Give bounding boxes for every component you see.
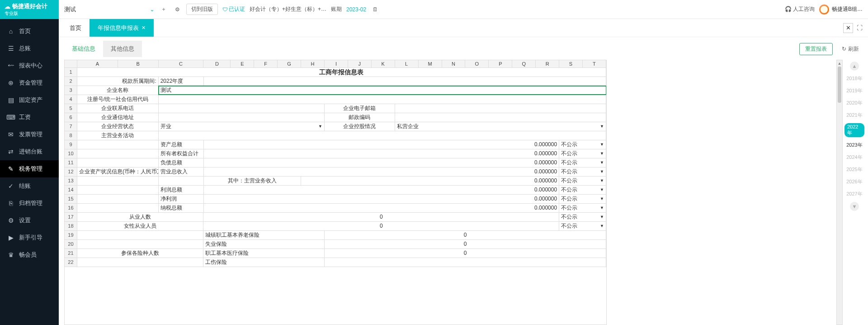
- row-number[interactable]: 1: [65, 68, 77, 76]
- postcode-value[interactable]: [395, 113, 606, 122]
- insurance-value[interactable]: [325, 258, 606, 267]
- asset-value[interactable]: 0.000000: [204, 195, 560, 203]
- year-2024年[interactable]: 2024年: [844, 153, 864, 162]
- biz-status-select[interactable]: 开业▼: [159, 122, 325, 131]
- publicity-select[interactable]: 不公示▼: [559, 167, 606, 176]
- tab-home[interactable]: 首页: [61, 19, 90, 37]
- main-biz-value[interactable]: [159, 131, 606, 140]
- year-2026年[interactable]: 2026年: [844, 177, 864, 186]
- sheet-body[interactable]: 1工商年报信息表2税款所属期间:2022年度3企业名称测试4注册号/统一社会信用…: [64, 68, 607, 325]
- nav-item-进销台账[interactable]: ⇄进销台账: [0, 143, 59, 160]
- col-header-I[interactable]: I: [325, 60, 348, 67]
- scroll-up-icon[interactable]: ▲: [838, 61, 842, 66]
- publicity-select[interactable]: 不公示▼: [559, 177, 606, 185]
- year-2019年[interactable]: 2019年: [844, 86, 864, 95]
- row-number[interactable]: 9: [65, 140, 77, 149]
- col-header-L[interactable]: L: [395, 60, 419, 67]
- user-menu[interactable]: 畅捷通B组…: [819, 5, 863, 14]
- year-2027年[interactable]: 2027年: [844, 190, 864, 198]
- row-number[interactable]: 17: [65, 213, 77, 221]
- row-number[interactable]: 6: [65, 113, 77, 122]
- people-value[interactable]: 0: [203, 222, 559, 230]
- asset-value[interactable]: 0.000000: [204, 149, 560, 158]
- col-header-H[interactable]: H: [301, 60, 325, 67]
- col-header-M[interactable]: M: [419, 60, 442, 67]
- subtab-basic[interactable]: 基础信息: [64, 41, 103, 57]
- row-number[interactable]: 7: [65, 122, 77, 131]
- reg-code-value[interactable]: [159, 95, 606, 104]
- col-header-S[interactable]: S: [559, 60, 583, 67]
- vertical-scrollbar[interactable]: ▲: [836, 60, 843, 325]
- col-header-B[interactable]: B: [118, 60, 159, 67]
- gear-icon[interactable]: ⚙: [173, 5, 182, 14]
- row-number[interactable]: 2: [65, 77, 77, 86]
- asset-value[interactable]: 0.000000: [204, 158, 560, 167]
- switch-old-button[interactable]: 切到旧版: [186, 4, 218, 15]
- row-number[interactable]: 13: [65, 177, 77, 185]
- year-2022年[interactable]: 2022年: [844, 123, 864, 137]
- row-number[interactable]: 5: [65, 104, 77, 113]
- nav-item-工资[interactable]: ⌨工资: [0, 109, 59, 126]
- asset-value[interactable]: 0.000000: [204, 167, 560, 176]
- row-number[interactable]: 18: [65, 222, 77, 230]
- row-number[interactable]: 12: [65, 167, 77, 176]
- row-number[interactable]: 4: [65, 95, 77, 104]
- insurance-value[interactable]: 0: [325, 249, 606, 258]
- nav-item-固定资产[interactable]: ▤固定资产: [0, 91, 59, 109]
- row-number[interactable]: 14: [65, 186, 77, 194]
- asset-value[interactable]: 0.000000: [204, 140, 560, 149]
- row-number[interactable]: 21: [65, 249, 77, 258]
- nav-item-归档管理[interactable]: ⎘归档管理: [0, 195, 59, 212]
- asset-value[interactable]: 0.000000: [204, 204, 560, 212]
- publicity-select[interactable]: 不公示▼: [559, 204, 606, 212]
- nav-item-结账[interactable]: ✓结账: [0, 177, 59, 195]
- nav-item-发票管理[interactable]: ✉发票管理: [0, 126, 59, 143]
- publicity-select[interactable]: 不公示▼: [559, 149, 606, 158]
- asset-value[interactable]: 0.000000: [301, 177, 559, 185]
- col-header-P[interactable]: P: [489, 60, 512, 67]
- col-header-E[interactable]: E: [231, 60, 254, 67]
- nav-item-新手引导[interactable]: ▶新手引导: [0, 229, 59, 246]
- publicity-select[interactable]: 不公示▼: [559, 140, 606, 149]
- close-all-tabs-button[interactable]: ✕: [843, 23, 853, 33]
- col-header-O[interactable]: O: [465, 60, 489, 67]
- col-header-A[interactable]: A: [77, 60, 118, 67]
- nav-item-畅会员[interactable]: ♛畅会员: [0, 246, 59, 263]
- year-2025年[interactable]: 2025年: [844, 165, 864, 174]
- year-2023年[interactable]: 2023年: [844, 141, 864, 149]
- row-number[interactable]: 16: [65, 204, 77, 212]
- col-header-F[interactable]: F: [254, 60, 278, 67]
- reset-report-button[interactable]: 重置报表: [799, 43, 833, 55]
- insurance-value[interactable]: 0: [325, 231, 606, 239]
- people-value[interactable]: 0: [203, 213, 559, 221]
- refresh-button[interactable]: ↻刷新: [838, 43, 863, 55]
- phone-value[interactable]: [159, 104, 325, 113]
- nav-item-报表中心[interactable]: ⬳报表中心: [0, 57, 59, 74]
- col-header-J[interactable]: J: [348, 60, 372, 67]
- row-number[interactable]: 15: [65, 195, 77, 203]
- row-number[interactable]: 3: [65, 86, 77, 95]
- company-selector[interactable]: 测试 ⌄: [64, 5, 155, 14]
- nav-item-设置[interactable]: ⚙设置: [0, 212, 59, 229]
- col-header-D[interactable]: D: [203, 60, 231, 67]
- publicity-select[interactable]: 不公示▼: [559, 186, 606, 194]
- row-number[interactable]: 19: [65, 231, 77, 239]
- year-2021年[interactable]: 2021年: [844, 111, 864, 119]
- col-header-N[interactable]: N: [442, 60, 466, 67]
- expand-icon[interactable]: ⛶: [857, 24, 863, 31]
- col-header-K[interactable]: K: [372, 60, 395, 67]
- col-header-G[interactable]: G: [278, 60, 301, 67]
- publicity-select[interactable]: 不公示▼: [559, 195, 606, 203]
- row-number[interactable]: 11: [65, 158, 77, 167]
- address-value[interactable]: [159, 113, 325, 122]
- row-number[interactable]: 22: [65, 258, 77, 267]
- row-number[interactable]: 20: [65, 240, 77, 249]
- col-header-R[interactable]: R: [536, 60, 559, 67]
- email-value[interactable]: [395, 104, 606, 113]
- nav-item-首页[interactable]: ⌂首页: [0, 23, 59, 40]
- year-up-button[interactable]: ▲: [850, 62, 859, 71]
- row-number[interactable]: 10: [65, 149, 77, 158]
- publicity-select[interactable]: 不公示▼: [559, 222, 606, 230]
- year-down-button[interactable]: ▼: [850, 202, 859, 211]
- tab-annual-report[interactable]: 年报信息申报表 ✕: [90, 19, 154, 37]
